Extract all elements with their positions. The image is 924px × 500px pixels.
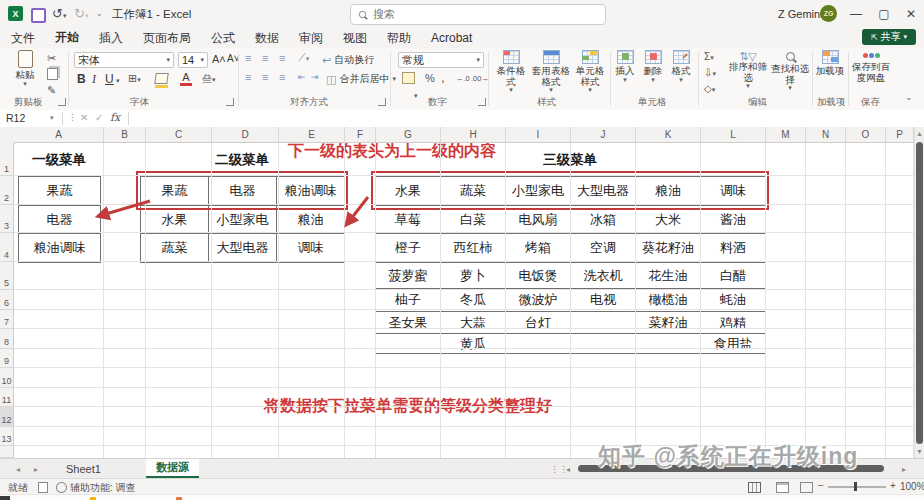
- level3-table-cell[interactable]: 台灯: [505, 311, 571, 334]
- row-header-4[interactable]: 4: [0, 233, 14, 262]
- search-input[interactable]: 搜索: [350, 4, 606, 25]
- formula-options-icon[interactable]: ⋮: [68, 112, 77, 122]
- sort-filter-button[interactable]: ⇅▽ 排序和筛选▾: [728, 50, 768, 89]
- level3-table-cell[interactable]: 电饭煲: [505, 262, 571, 289]
- qat-customize-icon[interactable]: ⌄: [96, 9, 103, 18]
- formula-input[interactable]: [132, 110, 924, 126]
- decrease-decimal-icon[interactable]: .00→: [471, 74, 489, 83]
- column-header-B[interactable]: B: [104, 127, 146, 143]
- level3-table-cell[interactable]: [505, 333, 571, 354]
- view-normal-icon[interactable]: [748, 482, 761, 493]
- delete-cells-button[interactable]: 删除▾: [640, 50, 666, 83]
- collapse-ribbon-icon[interactable]: ⌄: [905, 92, 913, 102]
- level3-table-cell[interactable]: 西红柿: [440, 233, 506, 263]
- ribbon-tab-文件[interactable]: 文件: [8, 28, 38, 49]
- confirm-entry-icon[interactable]: ✓: [95, 112, 103, 123]
- vscroll-up-icon[interactable]: ▲: [916, 130, 923, 137]
- addins-button[interactable]: 加载项: [815, 50, 845, 77]
- row-header-1[interactable]: 1: [0, 143, 14, 176]
- bold-button[interactable]: B: [77, 72, 86, 86]
- cancel-entry-icon[interactable]: ✕: [80, 112, 88, 123]
- level2-table-cell[interactable]: 蔬菜: [140, 233, 209, 263]
- increase-decimal-icon[interactable]: ←.0: [456, 74, 470, 83]
- fill-icon[interactable]: ⇩▾: [704, 67, 716, 78]
- paste-button[interactable]: 粘贴▾: [8, 50, 42, 87]
- level1-table-cell[interactable]: 电器: [18, 205, 101, 234]
- column-header-P[interactable]: P: [886, 127, 914, 143]
- column-header-D[interactable]: D: [212, 127, 279, 143]
- row-header-12[interactable]: 12: [0, 407, 14, 427]
- clear-icon[interactable]: ◇▾: [704, 83, 715, 94]
- view-page-layout-icon[interactable]: [776, 482, 789, 493]
- avatar[interactable]: ZG: [820, 5, 837, 22]
- cell-styles-button[interactable]: 单元格样式▾: [572, 50, 608, 93]
- sheet-tab-数据源[interactable]: 数据源: [146, 459, 199, 478]
- level3-table-cell[interactable]: 大蒜: [440, 311, 506, 334]
- level3-table-cell[interactable]: [635, 333, 701, 354]
- zoom-slider-handle[interactable]: [854, 482, 857, 491]
- format-as-table-button[interactable]: 套用表格格式▾: [531, 50, 571, 93]
- level3-table-cell[interactable]: 鸡精: [700, 311, 766, 334]
- row-header-7[interactable]: 7: [0, 310, 14, 329]
- sheet-nav-left-icon[interactable]: ◂: [16, 465, 20, 474]
- sheet-nav-right-icon[interactable]: ▸: [34, 465, 38, 474]
- row-header-9[interactable]: 9: [0, 349, 14, 368]
- column-header-E[interactable]: E: [279, 127, 345, 143]
- align-bottom-icon[interactable]: ≡: [279, 53, 285, 63]
- column-header-N[interactable]: N: [806, 127, 846, 143]
- account-name[interactable]: Z Gemini: [778, 8, 823, 20]
- level1-table-cell[interactable]: 粮油调味: [18, 233, 101, 263]
- font-color-icon[interactable]: A: [180, 71, 192, 86]
- save-to-netdisk-button[interactable]: 保存到百度网盘: [851, 50, 891, 83]
- accounting-format-icon[interactable]: ▾: [402, 72, 418, 102]
- column-header-J[interactable]: J: [571, 127, 636, 143]
- column-header-K[interactable]: K: [636, 127, 701, 143]
- column-header-G[interactable]: G: [376, 127, 441, 143]
- column-header-C[interactable]: C: [146, 127, 212, 143]
- ribbon-tab-审阅[interactable]: 审阅: [296, 28, 326, 49]
- ribbon-tab-视图[interactable]: 视图: [340, 28, 370, 49]
- sheet-tab-Sheet1[interactable]: Sheet1: [56, 459, 111, 478]
- underline-chevron-icon[interactable]: ▾: [116, 78, 120, 84]
- level3-table-cell[interactable]: 菜籽油: [635, 311, 701, 334]
- wrap-text-button[interactable]: ↩ 自动换行: [322, 53, 374, 67]
- row-header-10[interactable]: 10: [0, 368, 14, 388]
- copy-icon[interactable]: [47, 68, 58, 80]
- level3-table-cell[interactable]: 洗衣机: [570, 262, 636, 289]
- save-icon[interactable]: [31, 8, 46, 23]
- insert-cells-button[interactable]: 插入▾: [612, 50, 638, 83]
- level3-table-cell[interactable]: 菠萝蜜: [375, 262, 441, 289]
- format-cells-button[interactable]: 格式▾: [668, 50, 694, 83]
- conditional-formatting-button[interactable]: 条件格式▾: [493, 50, 529, 93]
- borders-icon[interactable]: ⊞▾: [128, 72, 141, 85]
- merge-center-button[interactable]: ◫ 合并后居中 ▾: [326, 72, 396, 86]
- name-box-chevron-icon[interactable]: ▾: [50, 114, 54, 122]
- level3-table-cell[interactable]: [570, 333, 636, 354]
- format-painter-icon[interactable]: ✎: [47, 84, 56, 97]
- align-left-icon[interactable]: ≡: [245, 72, 251, 82]
- zoom-out-icon[interactable]: −: [818, 480, 824, 491]
- level3-table-cell[interactable]: 萝卜: [440, 262, 506, 289]
- align-middle-icon[interactable]: ≡: [262, 53, 268, 63]
- minimize-button[interactable]: —: [843, 1, 869, 27]
- underline-button[interactable]: U: [105, 72, 114, 86]
- number-format-select[interactable]: 常规▾: [398, 52, 484, 68]
- row-header-5[interactable]: 5: [0, 262, 14, 290]
- level2-table-cell[interactable]: 调味: [276, 233, 345, 263]
- column-header-A[interactable]: A: [14, 127, 104, 143]
- fill-color-icon[interactable]: [155, 73, 168, 88]
- phonetic-guide-icon[interactable]: 亝▾: [202, 72, 216, 86]
- maximize-button[interactable]: ▢: [871, 1, 897, 27]
- hscroll-left-icon[interactable]: ◂: [566, 465, 570, 474]
- name-box[interactable]: R12: [6, 112, 25, 124]
- ribbon-tab-帮助[interactable]: 帮助: [384, 28, 414, 49]
- level3-table-cell[interactable]: [570, 311, 636, 334]
- level3-table-cell[interactable]: 白醋: [700, 262, 766, 289]
- ribbon-tab-页面布局[interactable]: 页面布局: [140, 28, 194, 49]
- zoom-level[interactable]: 100%: [900, 481, 924, 492]
- increase-indent-icon[interactable]: ⇥: [311, 72, 319, 82]
- ribbon-tab-公式[interactable]: 公式: [208, 28, 238, 49]
- ribbon-tab-开始[interactable]: 开始: [52, 27, 82, 50]
- row-header-11[interactable]: 11: [0, 388, 14, 407]
- level3-table-cell[interactable]: 空调: [570, 233, 636, 263]
